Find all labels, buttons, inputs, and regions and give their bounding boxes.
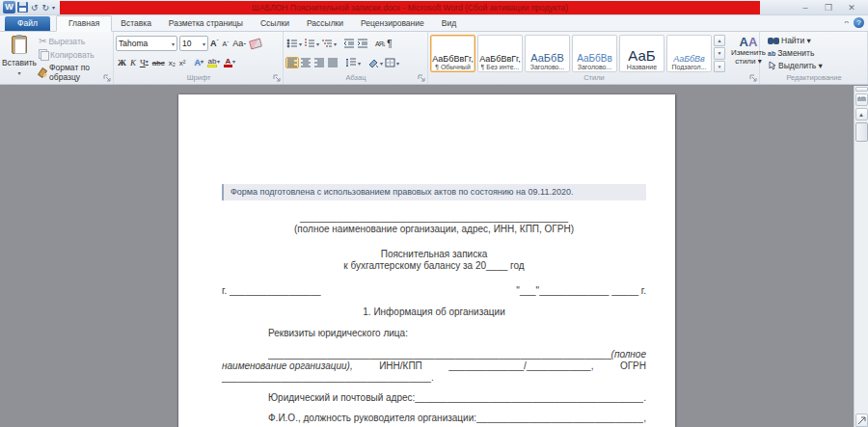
address-blank: ________________________________________… — [415, 392, 643, 404]
select-button[interactable]: Выделить ▾ — [766, 60, 825, 71]
font-size-combobox[interactable]: 10▾ — [179, 36, 208, 51]
tab-file[interactable]: Файл — [5, 16, 50, 31]
replace-button[interactable]: ab Заменить — [766, 47, 825, 59]
vertical-scrollbar[interactable]: ▲ — [854, 86, 868, 427]
binoculars-icon — [768, 37, 779, 45]
paragraph-dialog-launcher-icon[interactable] — [418, 74, 425, 82]
style-title[interactable]: АаБ Название — [619, 35, 665, 72]
bullets-button[interactable]: ▾ — [285, 38, 303, 49]
cut-button[interactable]: ✂ Вырезать — [37, 35, 112, 47]
copy-icon — [39, 49, 48, 60]
align-right-button[interactable] — [312, 57, 326, 68]
style-no-spacing[interactable]: АаБбВвГг, ¶ Без инте... — [477, 35, 523, 72]
line-spacing-button[interactable]: ▾ — [344, 57, 362, 68]
font-family-combobox[interactable]: Tahoma▾ — [116, 36, 177, 51]
ribbon-tab-row: Файл Главная Вставка Разметка страницы С… — [0, 15, 868, 32]
find-button[interactable]: Найти ▾ — [766, 35, 825, 46]
format-painter-brush-icon — [39, 67, 47, 78]
font-color-caret-icon: ▾ — [232, 58, 235, 65]
tab-home[interactable]: Главная — [56, 15, 112, 32]
sort-button[interactable]: АЯ↓ — [374, 40, 386, 48]
director-blank: ________________________________________… — [476, 413, 643, 424]
styles-scroll-up-icon[interactable]: ▲ — [714, 35, 725, 46]
styles-gallery-more-icon[interactable]: ▾ — [714, 61, 725, 72]
split-handle[interactable] — [855, 87, 868, 92]
help-icon[interactable]: ? — [854, 17, 864, 28]
scrollbar-thumb[interactable] — [855, 122, 868, 142]
close-button[interactable]: ✕ — [845, 3, 858, 13]
style-heading1[interactable]: АаБбВ Заголово... — [525, 35, 570, 72]
replace-icon: ab — [768, 49, 775, 58]
tab-mailings[interactable]: Рассылки — [298, 16, 352, 31]
highlight-button[interactable]: ab ▾ — [205, 58, 222, 67]
format-painter-button[interactable]: Формат по образцу — [37, 62, 112, 83]
redo-icon[interactable]: ↻ — [41, 1, 51, 14]
change-case-button[interactable]: Аа- — [231, 39, 248, 48]
tab-review[interactable]: Рецензирование — [352, 16, 433, 31]
justify-button[interactable] — [326, 57, 339, 68]
section-heading-1: 1. Информация об организации — [222, 307, 646, 318]
styles-dialog-launcher-icon[interactable] — [749, 74, 757, 82]
group-label-font: Шрифт — [116, 72, 282, 84]
decrease-indent-button[interactable] — [342, 38, 356, 49]
numbering-caret-icon: ▾ — [316, 40, 319, 47]
shading-button[interactable]: ▾ — [366, 57, 384, 68]
undo-icon[interactable]: ↺ — [30, 1, 40, 14]
font-dialog-launcher-icon[interactable] — [273, 74, 281, 82]
increase-indent-button[interactable] — [356, 38, 369, 49]
paste-button[interactable]: Вставить ▾ — [2, 34, 37, 83]
show-paragraph-marks-button[interactable]: ¶ — [386, 38, 393, 50]
style-subtitle[interactable]: АаБбВв Подзагол... — [666, 35, 712, 72]
browse-object-button[interactable] — [855, 414, 868, 427]
qat-customize-caret-icon[interactable]: ▾ — [52, 4, 55, 11]
align-center-button[interactable] — [299, 57, 312, 68]
align-left-button[interactable] — [285, 57, 299, 68]
tab-insert[interactable]: Вставка — [112, 16, 160, 31]
underline-button[interactable]: Ч▾ — [138, 58, 150, 67]
superscript-button[interactable]: x² — [177, 59, 188, 67]
strikethrough-button[interactable]: abc — [150, 59, 167, 67]
font-family-caret-icon: ▾ — [172, 40, 175, 47]
word-app-icon[interactable]: W — [3, 1, 15, 13]
group-label-styles: Стили — [430, 72, 758, 84]
clear-formatting-button[interactable] — [248, 40, 263, 48]
minimize-ribbon-icon[interactable]: ᴖ — [845, 18, 849, 27]
tab-references[interactable]: Ссылки — [252, 16, 298, 31]
restore-button[interactable]: ❐ — [822, 3, 835, 13]
numbering-button[interactable]: ▾ — [303, 38, 320, 49]
scroll-up-icon[interactable]: ▲ — [855, 108, 868, 120]
save-icon[interactable] — [17, 2, 28, 13]
style-heading2[interactable]: АаБбВв Заголово... — [572, 35, 617, 72]
org-name-blank-line: ________________________________________… — [222, 212, 646, 224]
ruler-toggle-button[interactable] — [855, 93, 868, 106]
ribbon: Вставить ▾ ✂ Вырезать Копировать Формат … — [0, 32, 868, 85]
text-effects-button[interactable]: А▾ — [192, 58, 205, 67]
clipboard-dialog-launcher-icon[interactable] — [103, 74, 111, 82]
italic-button[interactable]: К — [128, 58, 138, 67]
cursor-arrow-icon — [768, 61, 776, 70]
style-normal[interactable]: АаБбВвГг, ¶ Обычный — [430, 35, 475, 72]
font-color-button[interactable]: А ▾ — [222, 58, 237, 67]
bold-button[interactable]: Ж — [116, 58, 128, 67]
shading-caret-icon: ▾ — [380, 60, 383, 67]
doc-title-line2: к бухгалтерскому балансу за 20____ год — [222, 260, 646, 272]
copy-button[interactable]: Копировать — [37, 48, 112, 61]
subscript-button[interactable]: x₂ — [167, 59, 177, 67]
paragraph-director: Ф.И.О., должность руководителя организац… — [222, 413, 646, 424]
font-color-icon: А — [224, 58, 232, 67]
city-blank: г. _________________ — [222, 285, 321, 297]
shrink-font-button[interactable]: Аˇ — [221, 40, 231, 47]
group-label-editing: Редактирование — [762, 72, 866, 84]
tab-page-layout[interactable]: Разметка страницы — [160, 16, 252, 31]
group-editing: Найти ▾ ab Заменить Выделить ▾ Редактиро… — [760, 32, 868, 84]
window-controls: – ❐ ✕ — [760, 0, 868, 14]
multilevel-list-button[interactable]: ▾ — [320, 38, 338, 49]
document-page[interactable]: Форма подготовлена с использованием прав… — [178, 94, 675, 427]
styles-scroll-down-icon[interactable]: ▼ — [714, 47, 725, 59]
scissors-icon: ✂ — [39, 36, 46, 46]
tab-view[interactable]: Вид — [433, 16, 465, 31]
grow-font-button[interactable]: Аˆ — [208, 39, 221, 48]
borders-button[interactable]: ▾ — [384, 57, 400, 68]
inn-kpp-label: ИНН/КПП — [379, 360, 422, 372]
minimize-button[interactable]: – — [799, 3, 812, 13]
